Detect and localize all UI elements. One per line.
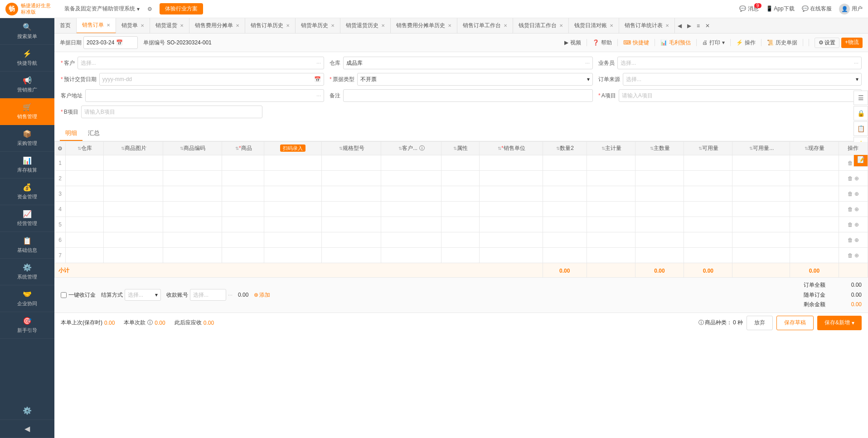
cell-spec[interactable] <box>322 232 381 248</box>
cell-customer[interactable] <box>381 232 441 248</box>
system-title[interactable]: 装备及固定资产辅助管理系统 ▾ <box>64 5 140 13</box>
notes-input[interactable] <box>343 89 593 102</box>
cell-image[interactable] <box>103 202 163 217</box>
cell-spec[interactable] <box>322 248 381 263</box>
cell-stock[interactable] <box>790 171 839 186</box>
cell-scan[interactable] <box>264 186 322 202</box>
delete-icon[interactable]: 🗑 <box>848 252 853 259</box>
cell-warehouse[interactable] <box>66 217 104 232</box>
sidebar-item-sales[interactable]: 🛒 销售管理 <box>0 98 54 125</box>
tab-cash-workbench[interactable]: 钱货日清工作台 ✕ <box>513 18 569 34</box>
cell-product[interactable] <box>222 186 264 202</box>
cell-scan[interactable] <box>264 232 322 248</box>
notification-area[interactable]: 💬 消息 9 <box>739 5 758 13</box>
tab-prev-btn[interactable]: ◀ <box>675 18 684 34</box>
cell-warehouse[interactable] <box>66 202 104 217</box>
cell-customer[interactable] <box>381 217 441 232</box>
cell-available[interactable] <box>684 202 732 217</box>
cell-qty2[interactable] <box>543 232 587 248</box>
cell-warehouse[interactable] <box>66 171 104 186</box>
profit-btn[interactable]: 📊 毛利预估 <box>660 39 691 47</box>
sidebar-item-info[interactable]: 📋 基础信息 <box>0 232 54 259</box>
cell-unit[interactable] <box>479 186 543 202</box>
solution-button[interactable]: 体验行业方案 <box>160 3 203 14</box>
cell-attr[interactable] <box>441 155 480 171</box>
tab-close-icon[interactable]: ✕ <box>448 23 451 28</box>
tab-sales-invoice[interactable]: 销货单 ✕ <box>116 18 150 34</box>
add-material-btn[interactable]: +物流 <box>841 38 863 48</box>
tab-close-icon[interactable]: ✕ <box>610 23 613 28</box>
cell-qty2[interactable] <box>543 186 587 202</box>
cell-stock[interactable] <box>790 155 839 171</box>
tab-close-icon[interactable]: ✕ <box>665 23 669 28</box>
delivery-date-input[interactable]: yyyy-mm-dd 📅 <box>99 73 324 86</box>
cell-customer[interactable] <box>381 171 441 186</box>
tab-expense-history[interactable]: 销售费用分摊单历史 ✕ <box>391 18 457 34</box>
view-btn[interactable]: ▶ 视频 <box>564 39 581 47</box>
cell-main-qty[interactable] <box>635 155 684 171</box>
app-download[interactable]: 📱 App下载 <box>766 5 795 13</box>
sidebar-item-finance[interactable]: 💰 资金管理 <box>0 178 54 205</box>
tab-next-btn[interactable]: ▶ <box>684 18 694 34</box>
cell-code[interactable] <box>163 171 222 186</box>
cell-main-unit[interactable] <box>587 232 635 248</box>
cell-unit[interactable] <box>479 232 543 248</box>
cell-scan[interactable] <box>264 155 322 171</box>
cell-main-unit[interactable] <box>587 217 635 232</box>
save-new-button[interactable]: 保存&新增 ▾ <box>817 316 862 330</box>
copy-icon[interactable]: ⊕ <box>854 221 859 228</box>
col-settings[interactable]: ⚙ <box>55 142 66 155</box>
invoice-type-select[interactable]: 不开票 ▾ <box>357 73 593 86</box>
online-service[interactable]: 💬 在线客服 <box>802 5 832 13</box>
tab-close-icon[interactable]: ✕ <box>180 23 184 28</box>
cell-customer[interactable] <box>381 155 441 171</box>
cell-stock[interactable] <box>790 186 839 202</box>
settings-gear-icon[interactable]: ⚙ <box>144 4 155 14</box>
customer-input[interactable]: 选择... ··· <box>78 57 324 69</box>
cell-qty2[interactable] <box>543 248 587 263</box>
cell-available[interactable] <box>684 232 732 248</box>
one-click-checkbox[interactable]: 一键收订金 <box>61 291 96 299</box>
cell-available2[interactable] <box>732 171 790 186</box>
tab-close-icon[interactable]: ✕ <box>331 23 335 28</box>
cell-main-qty[interactable] <box>635 232 684 248</box>
cell-scan[interactable] <box>264 248 322 263</box>
panel-icon-1[interactable]: ☰ <box>853 91 868 105</box>
cell-qty2[interactable] <box>543 171 587 186</box>
tab-close-icon[interactable]: ✕ <box>141 23 144 28</box>
add-payment-btn[interactable]: ⊕ 添加 <box>254 291 270 299</box>
address-input[interactable]: ··· <box>85 89 324 102</box>
payment-method-select[interactable]: 选择... ▾ <box>125 289 161 301</box>
one-click-check-input[interactable] <box>61 292 67 298</box>
cell-image[interactable] <box>103 186 163 202</box>
delete-icon[interactable]: 🗑 <box>848 191 853 197</box>
panel-icon-2[interactable]: 🔒 <box>853 106 868 120</box>
tab-close-icon[interactable]: ✕ <box>381 23 385 28</box>
shortcut-btn[interactable]: ⌨ 快捷键 <box>623 39 649 47</box>
cell-scan[interactable] <box>264 202 322 217</box>
tab-order-workbench[interactable]: 销售订单工作台 ✕ <box>457 18 513 34</box>
cell-main-unit[interactable] <box>587 202 635 217</box>
tab-sales-expense[interactable]: 销售费用分摊单 ✕ <box>189 18 245 34</box>
tab-close-all-btn[interactable]: ✕ <box>703 18 713 34</box>
cell-main-unit[interactable] <box>587 171 635 186</box>
tab-menu-btn[interactable]: ≡ <box>694 18 703 34</box>
cell-spec[interactable] <box>322 155 381 171</box>
user-area[interactable]: 👤 用户 <box>839 4 863 14</box>
cell-stock[interactable] <box>790 217 839 232</box>
cell-product[interactable] <box>222 171 264 186</box>
cell-main-qty[interactable] <box>635 217 684 232</box>
tab-sales-order[interactable]: 销售订单 ✕ <box>77 18 116 34</box>
tab-sales-order-history[interactable]: 销售订单历史 ✕ <box>245 18 296 34</box>
sidebar-item-system[interactable]: ⚙️ 系统管理 <box>0 259 54 285</box>
cell-spec[interactable] <box>322 202 381 217</box>
cell-code[interactable] <box>163 186 222 202</box>
cell-available[interactable] <box>684 217 732 232</box>
cell-code[interactable] <box>163 202 222 217</box>
cell-image[interactable] <box>103 248 163 263</box>
cell-spec[interactable] <box>322 217 381 232</box>
col-scan[interactable]: 扫码录入 <box>264 142 322 155</box>
tab-close-icon[interactable]: ✕ <box>286 23 290 28</box>
cell-attr[interactable] <box>441 248 480 263</box>
a-project-input[interactable]: 请输入A项目 <box>619 89 862 102</box>
